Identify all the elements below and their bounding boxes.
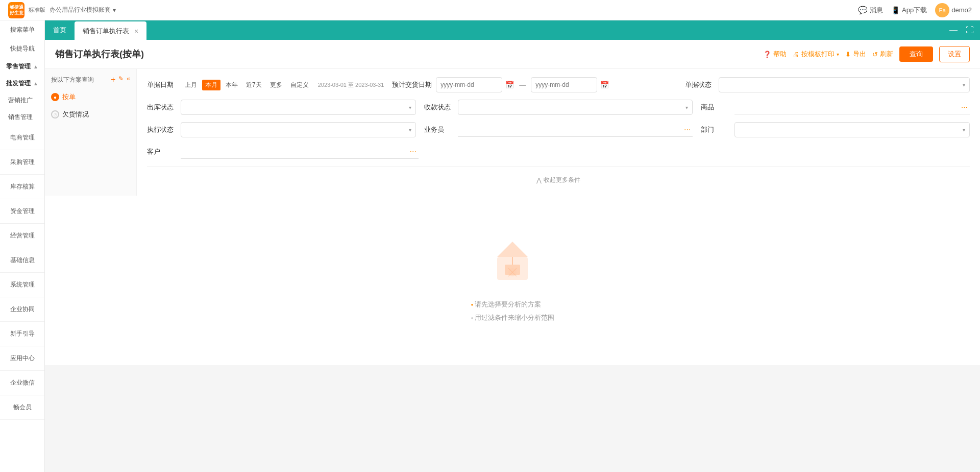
delivery-status-select[interactable]: ▾ — [181, 100, 416, 115]
delivery-status-label: 出库状态 — [147, 103, 178, 112]
filter-option-shortage[interactable]: ◷ 欠货情况 — [45, 106, 136, 123]
sidebar-item-wechat[interactable]: 企业微信 — [0, 371, 44, 395]
collapse-filter-btn[interactable]: « — [127, 75, 130, 84]
export-btn[interactable]: ⬇ 导出 — [845, 50, 866, 59]
date-sep: — — [517, 81, 528, 89]
filter-sidebar: 按以下方案查询 + ✎ « ● 按单 ◷ — [45, 69, 137, 196]
goods-label: 商品 — [701, 103, 731, 112]
customer-field[interactable]: ··· — [181, 145, 419, 159]
refresh-btn[interactable]: ↺ 刷新 — [872, 50, 893, 59]
dept-arrow-icon: ▾ — [963, 127, 965, 133]
sidebar-item-ecommerce[interactable]: 电商管理 — [0, 126, 44, 150]
date-tab-7days[interactable]: 近7天 — [243, 80, 265, 90]
print-btn[interactable]: 🖨 按模板打印 ▾ — [793, 50, 839, 59]
sidebar-item-finance[interactable]: 资金管理 — [0, 199, 44, 224]
date-tab-more[interactable]: 更多 — [267, 80, 285, 90]
query-btn[interactable]: 查询 — [899, 46, 933, 62]
help-icon: ❓ — [763, 51, 771, 58]
user-profile[interactable]: Ea demo2 — [935, 3, 972, 17]
date-label: 单据日期 — [147, 80, 178, 89]
page-header-actions: ❓ 帮助 🖨 按模板打印 ▾ ⬇ 导出 ↺ — [763, 46, 970, 62]
search-menu[interactable]: 搜索菜单 — [0, 20, 44, 39]
tab-minimize-btn[interactable]: — — [947, 23, 960, 37]
sidebar: 搜索菜单 快捷导航 零售管理 ▲ 批发管理 ▲ 营销推广 销售管理 电商管理 采… — [0, 20, 45, 472]
filter-option-per-order[interactable]: ● 按单 — [45, 88, 136, 106]
bill-status-select[interactable]: ▾ — [719, 77, 970, 92]
sidebar-item-basic[interactable]: 基础信息 — [0, 248, 44, 273]
settings-btn[interactable]: 设置 — [939, 46, 970, 62]
tab-home[interactable]: 首页 — [45, 20, 75, 40]
empty-tips: 请先选择要分析的方案 用过滤条件来缩小分析范围 — [471, 298, 554, 324]
top-header-left: 畅捷通好生意 标准版 办公用品行业模拟账套 ▾ — [8, 2, 116, 18]
salesman-label: 业务员 — [424, 125, 455, 134]
tab-bar-right: — ⛶ — [947, 23, 980, 37]
collection-status-select[interactable]: ▾ — [458, 100, 693, 115]
sidebar-item-sales[interactable]: 销售管理 — [0, 109, 44, 126]
nav-arrow-icon[interactable]: ▾ — [113, 7, 116, 14]
filter-row-2: 出库状态 ▾ 收款状态 ▾ — [147, 100, 970, 115]
sidebar-item-appcenter[interactable]: 应用中心 — [0, 346, 44, 371]
page-header: 销售订单执行表(按单) ❓ 帮助 🖨 按模板打印 ▾ ⬇ — [45, 40, 980, 69]
sidebar-item-retail[interactable]: 零售管理 ▲ — [0, 58, 44, 75]
dept-select[interactable]: ▾ — [734, 122, 970, 137]
nav-title: 办公用品行业模拟账套 ▾ — [50, 6, 116, 14]
empty-tip-1: 请先选择要分析的方案 — [471, 298, 554, 311]
filter-row-3: 执行状态 ▾ 业务员 ··· — [147, 122, 970, 137]
content-body: 销售订单执行表(按单) ❓ 帮助 🖨 按模板打印 ▾ ⬇ — [45, 40, 980, 472]
goods-field[interactable]: ··· — [734, 100, 970, 114]
content-area: 首页 销售订单执行表 × — ⛶ 销售订单执行表(按单) ❓ — [45, 20, 980, 472]
edit-filter-btn[interactable]: ✎ — [118, 75, 124, 84]
print-icon: 🖨 — [793, 51, 799, 58]
avatar: Ea — [935, 3, 949, 17]
top-header: 畅捷通好生意 标准版 办公用品行业模拟账套 ▾ 💬 消息 📱 App下载 Ea … — [0, 0, 980, 20]
collection-status-arrow-icon: ▾ — [685, 105, 688, 110]
sidebar-item-enterprise[interactable]: 企业协同 — [0, 297, 44, 322]
empty-tip-2: 用过滤条件来缩小分析范围 — [471, 311, 554, 324]
sidebar-item-marketing[interactable]: 营销推广 — [0, 92, 44, 109]
filter-panel: 按以下方案查询 + ✎ « ● 按单 ◷ — [45, 69, 980, 196]
empty-illustration — [487, 237, 538, 288]
tab-sales-order[interactable]: 销售订单执行表 × — [75, 21, 146, 41]
filter-divider — [147, 166, 970, 167]
salesman-dots-btn[interactable]: ··· — [682, 125, 693, 134]
sidebar-item-purchase[interactable]: 采购管理 — [0, 150, 44, 175]
main-layout: 搜索菜单 快捷导航 零售管理 ▲ 批发管理 ▲ 营销推广 销售管理 电商管理 采… — [0, 20, 980, 472]
sidebar-item-newbie[interactable]: 新手引导 — [0, 322, 44, 346]
filter-form: 单据日期 上月 本月 本年 近7天 更多 自定义 2023-03-01 至 20… — [137, 69, 980, 196]
quick-nav[interactable]: 快捷导航 — [0, 39, 44, 58]
sidebar-item-wholesale[interactable]: 批发管理 ▲ — [0, 75, 44, 92]
sidebar-item-inventory[interactable]: 库存核算 — [0, 175, 44, 199]
help-btn[interactable]: ❓ 帮助 — [763, 50, 787, 59]
message-btn[interactable]: 💬 消息 — [858, 6, 883, 15]
goods-dots-btn[interactable]: ··· — [959, 103, 970, 112]
date-tabs: 上月 本月 本年 近7天 更多 自定义 — [182, 80, 312, 90]
add-filter-btn[interactable]: + — [111, 75, 115, 84]
collapse-btn[interactable]: ⋀ 收起更多条件 — [147, 173, 970, 187]
date-tab-this-year[interactable]: 本年 — [223, 80, 241, 90]
date-range-text: 2023-03-01 至 2023-03-31 — [318, 81, 384, 89]
empty-state: 请先选择要分析的方案 用过滤条件来缩小分析范围 — [45, 196, 980, 365]
date-tab-last-month[interactable]: 上月 — [182, 80, 200, 90]
bill-status-arrow-icon: ▾ — [963, 82, 965, 88]
page-title: 销售订单执行表(按单) — [55, 48, 144, 60]
tab-close-icon[interactable]: × — [134, 27, 138, 35]
expected-date-from[interactable] — [436, 77, 502, 92]
app-download-btn[interactable]: 📱 App下载 — [891, 6, 927, 15]
salesman-field[interactable]: ··· — [458, 123, 693, 137]
export-icon: ⬇ — [845, 51, 851, 58]
expected-date-to[interactable] — [531, 77, 597, 92]
sidebar-item-member[interactable]: 畅会员 — [0, 395, 44, 420]
tab-home-label: 首页 — [53, 26, 66, 35]
retail-arrow-icon: ▲ — [33, 64, 38, 69]
exec-status-select[interactable]: ▾ — [181, 122, 416, 137]
tab-maximize-btn[interactable]: ⛶ — [964, 23, 976, 37]
sidebar-item-system[interactable]: 系统管理 — [0, 273, 44, 297]
sidebar-item-operations[interactable]: 经营管理 — [0, 224, 44, 248]
date-tab-this-month[interactable]: 本月 — [202, 80, 220, 90]
filter-row-4: 客户 ··· — [147, 145, 970, 159]
customer-dots-btn[interactable]: ··· — [408, 147, 419, 156]
filter-sidebar-header: 按以下方案查询 + ✎ « — [45, 75, 136, 88]
tab-bar: 首页 销售订单执行表 × — ⛶ — [45, 20, 980, 40]
date-tab-custom[interactable]: 自定义 — [287, 80, 312, 90]
tab-sales-label: 销售订单执行表 — [83, 27, 129, 36]
